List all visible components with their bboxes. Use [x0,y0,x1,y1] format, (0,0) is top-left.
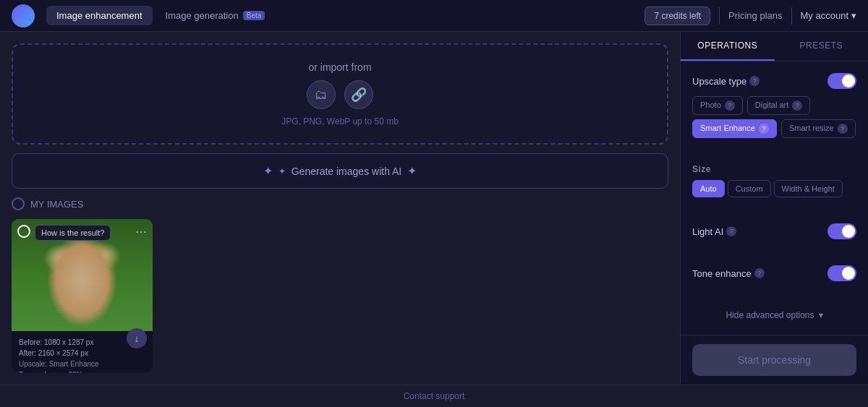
right-tabs: OPERATIONS PRESETS [681,32,868,61]
type-digital-art-button[interactable]: Digital art ? [747,96,811,115]
upscale-type-label: Upscale type ? [692,76,760,87]
my-images-radio[interactable] [12,197,25,210]
import-label: or import from [308,61,371,73]
smart-enhance-info-icon[interactable]: ? [759,124,769,134]
cloud-icon: 🔗 [351,87,367,103]
pricing-link[interactable]: Pricing plans [728,10,782,21]
upscale-type-section: Upscale type ? Photo ? Digital art ? [692,73,856,138]
tone-enhance-label: Tone enhance ? [692,268,765,279]
my-images-label: MY IMAGES [30,199,83,210]
after-info: After: 2160 × 2574 px [19,348,145,359]
folder-icon: 🗂 [315,87,328,103]
footer: Contact support [0,385,868,407]
size-custom-button[interactable]: Custom [728,180,771,197]
app-header: Image enhancement Image generation Beta … [0,0,868,32]
left-panel: or import from 🗂 🔗 JPG, PNG, WebP up to … [0,32,680,385]
image-thumbnail: How is the result? ⋯ [12,219,153,331]
advanced-options-toggle[interactable]: Hide advanced options ▾ [692,307,856,323]
main-nav: Image enhancement Image generation Beta [46,6,644,25]
tone-info: Tone enhance: 30% [19,369,145,373]
tab-image-generation[interactable]: Image generation Beta [156,6,276,25]
image-tooltip: How is the result? [35,225,111,241]
upscale-type-row: Upscale type ? [692,73,856,89]
upscale-type-buttons: Photo ? Digital art ? Smart Enhance ? Sm… [692,96,856,138]
generate-bar[interactable]: ✦ ✦ Generate images with AI ✦ [12,153,668,189]
type-photo-button[interactable]: Photo ? [692,96,743,115]
right-panel: OPERATIONS PRESETS Upscale type ? Phot [680,32,868,385]
sparkle-right-icon: ✦ [407,164,417,178]
image-menu-button[interactable]: ⋯ [135,225,147,239]
start-processing-button[interactable]: Start processing [692,344,856,376]
main-content: or import from 🗂 🔗 JPG, PNG, WebP up to … [0,32,868,385]
sparkle-left-icon: ✦ [263,164,273,178]
size-label: Size [692,164,856,174]
contact-support-link[interactable]: Contact support [404,391,465,401]
upscale-type-toggle[interactable] [827,73,856,89]
cloud-import-button[interactable]: 🔗 [344,80,373,109]
type-smart-resize-button[interactable]: Smart resize ? [781,119,856,138]
light-ai-label: Light AI ? [692,226,736,237]
size-width-height-button[interactable]: Width & Height [774,180,843,197]
drop-zone[interactable]: or import from 🗂 🔗 JPG, PNG, WebP up to … [12,43,668,145]
tab-image-enhancement[interactable]: Image enhancement [46,6,153,25]
folder-import-button[interactable]: 🗂 [307,80,336,109]
type-smart-enhance-button[interactable]: Smart Enhance ? [692,119,777,138]
start-processing-container: Start processing [681,335,868,385]
photo-info-icon[interactable]: ? [725,100,735,111]
upscale-type-info-icon[interactable]: ? [749,76,760,86]
download-icon: ↓ [135,333,140,344]
header-divider [719,7,720,25]
tone-enhance-toggle[interactable] [827,265,856,281]
size-section: Size Auto Custom Width & Height [692,164,856,197]
beta-badge: Beta [243,11,265,20]
chevron-down-icon: ▾ [851,10,856,21]
header-right: 7 credits left Pricing plans My account … [644,7,856,25]
tab-operations[interactable]: OPERATIONS [681,32,775,61]
advanced-label: Hide advanced options [726,310,814,320]
light-ai-info-icon[interactable]: ? [726,226,736,236]
file-hint: JPG, PNG, WebP up to 50 mb [281,116,399,127]
account-button[interactable]: My account ▾ [801,10,856,21]
app-logo [12,4,35,27]
tone-enhance-info-icon[interactable]: ? [754,268,765,278]
image-select-radio[interactable] [17,225,30,238]
tab-presets[interactable]: PRESETS [775,32,869,61]
light-ai-toggle[interactable] [827,223,856,239]
size-auto-button[interactable]: Auto [692,180,725,197]
smart-resize-info-icon[interactable]: ? [838,124,848,134]
my-images-header[interactable]: MY IMAGES [12,197,668,210]
upscale-info: Upscale: Smart Enhance [19,359,145,369]
download-button[interactable]: ↓ [127,328,147,348]
credits-button[interactable]: 7 credits left [644,7,710,25]
generate-label: Generate images with AI [292,166,402,177]
digital-art-info-icon[interactable]: ? [792,100,802,111]
sparkle-icon2: ✦ [278,166,286,176]
header-divider2 [791,7,792,25]
image-item: How is the result? ⋯ Before: 1080 x 1287… [12,219,153,373]
right-content: Upscale type ? Photo ? Digital art ? [681,61,868,335]
import-icons: 🗂 🔗 [307,80,373,109]
size-buttons: Auto Custom Width & Height [692,180,856,197]
chevron-up-icon: ▾ [819,310,823,320]
tone-enhance-row: Tone enhance ? [692,265,856,281]
light-ai-row: Light AI ? [692,223,856,239]
